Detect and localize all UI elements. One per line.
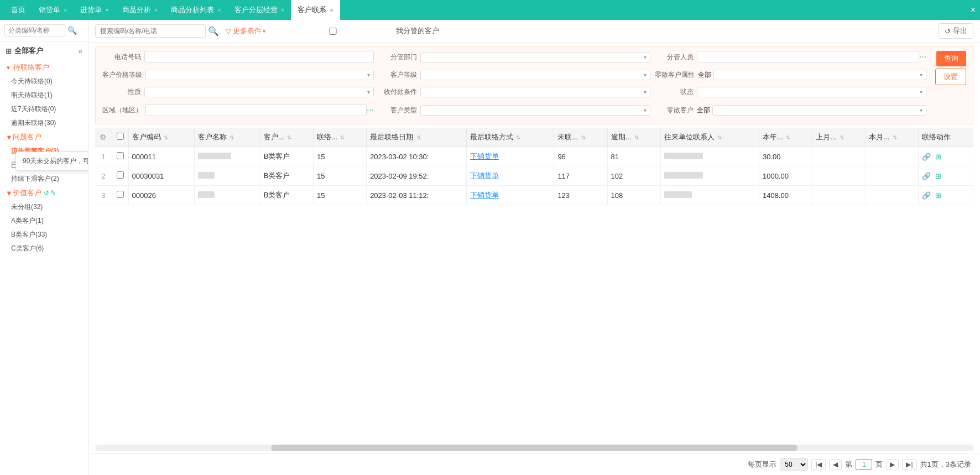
filter-select-dept[interactable]: ▾ xyxy=(420,52,650,62)
row3-check-input[interactable] xyxy=(117,191,124,198)
th-contact-person[interactable]: 往来单位联系人 ⇅ xyxy=(660,128,759,147)
close-purchase-tab-icon[interactable]: × xyxy=(105,7,108,13)
sidebar-item-ungrouped[interactable]: 未分组(32) xyxy=(0,200,88,214)
th-settings[interactable]: ⚙ xyxy=(95,128,112,147)
collapse-icon[interactable]: « xyxy=(79,47,82,55)
filter-input-person[interactable] xyxy=(697,51,919,63)
row2-link-icon[interactable]: 🔗 xyxy=(922,172,931,180)
sort-last-month-icon[interactable]: ⇅ xyxy=(840,134,844,140)
close-analysis-list-tab-icon[interactable]: × xyxy=(217,7,221,13)
next-page-button[interactable]: ▶ xyxy=(886,459,899,470)
export-button[interactable]: ↺ 导出 xyxy=(939,23,973,39)
filter-select-cust-type[interactable]: ▾ xyxy=(420,105,650,116)
nav-close-all[interactable]: × xyxy=(971,5,976,15)
sort-name-icon[interactable]: ⇅ xyxy=(230,134,234,140)
sort-contact-icon[interactable]: ⇅ xyxy=(340,134,345,140)
settings-button[interactable]: 设置 xyxy=(935,69,966,85)
search-button[interactable]: 🔍 xyxy=(208,26,219,36)
value-group-refresh-icon[interactable]: ↺ xyxy=(44,189,49,197)
row2-method-link[interactable]: 下销货单 xyxy=(470,171,499,180)
nav-tab-customer-tier[interactable]: 客户分层经营 × xyxy=(228,0,291,20)
sidebar-item-tomorrow[interactable]: 明天待联络(1) xyxy=(0,88,88,102)
value-group-edit-icon[interactable]: ✎ xyxy=(50,189,56,197)
ellipsis-person-icon[interactable]: ··· xyxy=(919,52,926,62)
close-customer-tier-tab-icon[interactable]: × xyxy=(281,7,284,13)
sidebar-group-problem[interactable]: ▼ 问题客户 xyxy=(0,130,88,144)
query-button[interactable]: 查询 xyxy=(936,51,966,66)
nav-tab-analysis[interactable]: 商品分析 × xyxy=(116,0,164,20)
th-name[interactable]: 客户名称 ⇅ xyxy=(194,128,260,147)
th-overdue[interactable]: 逾期... ⇅ xyxy=(607,128,660,147)
first-page-button[interactable]: |◀ xyxy=(811,459,826,470)
sidebar-item-declining[interactable]: 持续下滑客户(2) xyxy=(0,172,88,186)
sidebar-item-c-class[interactable]: C类客户(6) xyxy=(0,242,88,255)
sidebar-item-a-class[interactable]: A类客户(1) xyxy=(0,214,88,228)
row1-link-icon[interactable]: 🔗 xyxy=(922,153,931,161)
scroll-thumb[interactable] xyxy=(271,445,798,451)
sort-contact-person-icon[interactable]: ⇅ xyxy=(717,134,722,140)
filter-select-nature[interactable]: ▾ xyxy=(144,87,374,97)
row3-last-method[interactable]: 下销货单 xyxy=(466,186,554,205)
filter-input-region[interactable] xyxy=(145,104,367,116)
sidebar-item-7days[interactable]: 近7天待联络(0) xyxy=(0,102,88,116)
sort-type-icon[interactable]: ⇅ xyxy=(287,134,291,140)
row3-method-link[interactable]: 下销货单 xyxy=(470,191,499,199)
settings-gear-icon[interactable]: ⚙ xyxy=(100,133,107,142)
prev-page-button[interactable]: ◀ xyxy=(829,459,842,470)
th-this-month[interactable]: 本月... ⇅ xyxy=(866,128,919,147)
sort-last-method-icon[interactable]: ⇅ xyxy=(516,134,520,140)
th-last-method[interactable]: 最后联络方式 ⇅ xyxy=(466,128,554,147)
nav-tab-sales[interactable]: 销货单 × xyxy=(32,0,74,20)
filter-input-phone[interactable] xyxy=(144,51,374,63)
sort-no-contact-icon[interactable]: ⇅ xyxy=(581,134,586,140)
sidebar-item-b-class[interactable]: B类客户(33) xyxy=(0,228,88,242)
sort-last-date-icon[interactable]: ⇅ xyxy=(416,134,421,140)
ellipsis-region-icon[interactable]: ··· xyxy=(367,105,374,115)
row3-checkbox[interactable] xyxy=(112,186,128,205)
filter-select-price-level[interactable]: ▾ xyxy=(145,70,374,80)
sort-this-year-icon[interactable]: ⇅ xyxy=(786,134,790,140)
filter-select-retail[interactable]: ▾ xyxy=(712,105,926,116)
sidebar-search-input[interactable] xyxy=(4,24,65,36)
last-page-button[interactable]: ▶| xyxy=(902,459,916,470)
th-contact-num[interactable]: 联络... ⇅ xyxy=(313,128,366,147)
row2-last-method[interactable]: 下销货单 xyxy=(466,166,554,186)
row1-grid-icon[interactable]: ⊞ xyxy=(935,153,941,161)
my-customers-check-input[interactable] xyxy=(272,28,394,35)
row2-checkbox[interactable] xyxy=(112,166,128,186)
filter-select-cust-level[interactable]: ▾ xyxy=(420,70,650,80)
close-all-icon[interactable]: × xyxy=(971,5,976,15)
row2-grid-icon[interactable]: ⊞ xyxy=(935,172,941,180)
horizontal-scrollbar[interactable] xyxy=(95,445,973,451)
row1-checkbox[interactable] xyxy=(112,147,128,166)
th-last-date[interactable]: 最后联络日期 ⇅ xyxy=(367,128,467,147)
row3-link-icon[interactable]: 🔗 xyxy=(922,191,931,200)
nav-tab-customer-contact[interactable]: 客户联系 × xyxy=(291,0,340,20)
close-analysis-tab-icon[interactable]: × xyxy=(154,7,158,13)
nav-tab-purchase[interactable]: 进货单 × xyxy=(74,0,115,20)
sidebar-all-customers[interactable]: ⊞ 全部客户 « xyxy=(0,41,88,60)
filter-select-payment[interactable]: ▾ xyxy=(420,87,650,97)
select-all-checkbox[interactable] xyxy=(117,133,124,140)
sidebar-group-value[interactable]: ▼ 价值客户 ↺ ✎ xyxy=(0,186,88,200)
th-last-month[interactable]: 上月... ⇅ xyxy=(812,128,866,147)
sidebar-item-overdue-contact[interactable]: 逾期未联络(30) xyxy=(0,116,88,130)
row2-check-input[interactable] xyxy=(117,171,124,179)
sidebar-search-icon[interactable]: 🔍 xyxy=(67,26,77,35)
th-this-year[interactable]: 本年... ⇅ xyxy=(759,128,812,147)
more-conditions-button[interactable]: ▽ 更多条件 ▾ xyxy=(226,26,265,36)
filter-select-status[interactable]: ▾ xyxy=(697,87,926,97)
sort-overdue-icon[interactable]: ⇅ xyxy=(634,134,639,140)
row3-grid-icon[interactable]: ⊞ xyxy=(935,191,941,200)
search-input[interactable] xyxy=(95,24,206,38)
th-code[interactable]: 客户编码 ⇅ xyxy=(128,128,194,147)
row1-method-link[interactable]: 下销货单 xyxy=(470,152,499,160)
per-page-select[interactable]: 50 100 200 xyxy=(780,458,808,471)
close-customer-contact-tab-icon[interactable]: × xyxy=(330,7,333,13)
th-checkbox[interactable] xyxy=(112,128,128,147)
nav-home[interactable]: 首页 xyxy=(4,0,32,20)
sort-this-month-icon[interactable]: ⇅ xyxy=(893,134,897,140)
close-sales-tab-icon[interactable]: × xyxy=(64,7,67,13)
row1-last-method[interactable]: 下销货单 xyxy=(466,147,554,166)
th-type[interactable]: 客户... ⇅ xyxy=(260,128,313,147)
